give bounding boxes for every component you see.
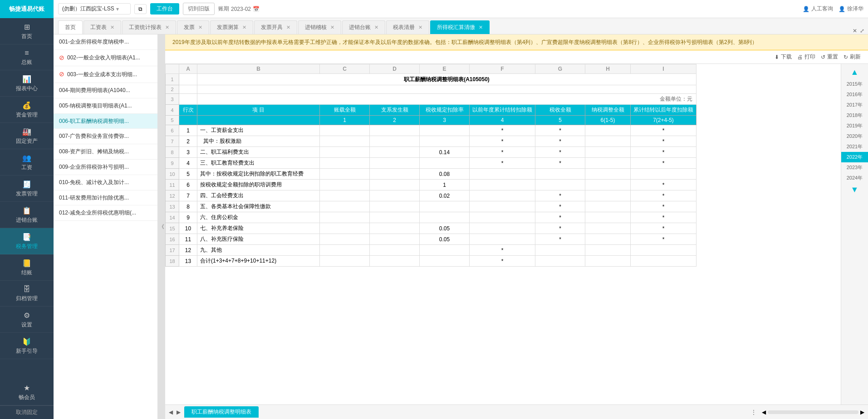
cell-seq[interactable]: 1 [179, 125, 197, 136]
cell-seq[interactable]: 13 [179, 256, 197, 267]
close-icon[interactable]: ✕ [330, 24, 334, 30]
cell-c5[interactable] [535, 256, 585, 267]
cell-item[interactable]: 其中：股权激励 [197, 136, 320, 147]
cell-c3[interactable]: 0.02 [420, 190, 470, 201]
horizontal-scrollbar[interactable] [768, 410, 858, 414]
cell-c7[interactable]: * [631, 201, 696, 212]
sheet-scroll-left[interactable]: ◀ [169, 409, 173, 415]
sidebar-item-ledger[interactable]: ≡ 总账 [0, 44, 54, 70]
cell-c3[interactable] [420, 212, 470, 223]
cell-c3[interactable] [420, 136, 470, 147]
cell-c4[interactable] [470, 223, 535, 234]
cell-c3[interactable] [420, 158, 470, 169]
cell-c7[interactable] [631, 245, 696, 256]
cell-c1[interactable] [320, 190, 370, 201]
cell-c2[interactable] [370, 180, 420, 190]
form-list-item-007[interactable]: 007-广告费和业务宣传费弥... [54, 129, 157, 144]
cell-c4[interactable]: * [470, 136, 535, 147]
sidebar-item-archive[interactable]: 🗄 归档管理 [0, 281, 54, 307]
cell-item[interactable]: 七、补充养老保险 [197, 223, 320, 234]
sidebar-item-tax[interactable]: 📑 税务管理 [0, 228, 54, 254]
cell-c3[interactable] [420, 245, 470, 256]
cell-c7[interactable]: * [631, 158, 696, 169]
cell-c1[interactable] [320, 125, 370, 136]
form-list-item-006[interactable]: 006-职工薪酬纳税调整明细... [54, 114, 157, 129]
close-icon[interactable]: ✕ [198, 24, 202, 30]
sidebar-item-member[interactable]: ★ 畅会员 [0, 379, 54, 405]
cell-item[interactable]: 五、各类基本社会保障性缴款 [197, 201, 320, 212]
cell-item[interactable]: 合计(1+3+4+7+8+9+10+11+12) [197, 256, 320, 267]
form-list-item-009[interactable]: 009-企业所得税弥补亏损明... [54, 160, 157, 175]
close-icon[interactable]: ✕ [479, 24, 483, 30]
year-2024[interactable]: 2024年 [841, 173, 868, 183]
cell-seq[interactable]: 5 [179, 169, 197, 180]
cell-c6[interactable] [585, 158, 631, 169]
year-2017[interactable]: 2017年 [841, 100, 868, 110]
cell-c2[interactable] [370, 256, 420, 267]
close-icon[interactable]: ✕ [165, 24, 169, 30]
tab-tax-book[interactable]: 税表清册 ✕ [386, 20, 429, 34]
cell-c4[interactable]: * [470, 256, 535, 267]
tab-invoice-calc[interactable]: 发票测算 ✕ [210, 20, 253, 34]
cell-seq[interactable]: 12 [179, 245, 197, 256]
year-up-button[interactable]: ▲ [849, 66, 861, 79]
cell-c5[interactable]: * [535, 234, 585, 245]
cell-c7[interactable]: * [631, 180, 696, 190]
cell-c6[interactable] [585, 234, 631, 245]
tab-purchase-check[interactable]: 进销稽核 ✕ [298, 20, 341, 34]
cell-c1[interactable] [320, 169, 370, 180]
cell-c5[interactable]: * [535, 147, 585, 158]
cell-c2[interactable] [370, 125, 420, 136]
sidebar-item-guide[interactable]: 🔰 新手引导 [0, 333, 54, 359]
cell-seq[interactable]: 3 [179, 147, 197, 158]
year-2018[interactable]: 2018年 [841, 110, 868, 121]
cell-a3[interactable] [179, 94, 197, 105]
cell-c2[interactable] [370, 147, 420, 158]
cell-item[interactable]: 三、职工教育经费支出 [197, 158, 320, 169]
cell-c3[interactable]: 0.05 [420, 234, 470, 245]
cell-c4[interactable] [470, 201, 535, 212]
sidebar-item-invoice[interactable]: 🧾 发票管理 [0, 175, 54, 202]
cell-c5[interactable]: * [535, 136, 585, 147]
cell-item[interactable]: 八、补充医疗保险 [197, 234, 320, 245]
sidebar-item-salary[interactable]: 👥 工资 [0, 149, 54, 175]
year-2023[interactable]: 2023年 [841, 162, 868, 173]
cell-c3[interactable] [420, 256, 470, 267]
cell-c1[interactable] [320, 201, 370, 212]
year-2020[interactable]: 2020年 [841, 131, 868, 141]
cell-c7[interactable]: * [631, 234, 696, 245]
cell-c2[interactable] [370, 136, 420, 147]
sheet-scroll-bar-left[interactable]: ◀ [762, 409, 766, 415]
copy-button[interactable]: ⧉ [134, 4, 147, 14]
cell-c6[interactable] [585, 212, 631, 223]
cell-seq[interactable]: 6 [179, 180, 197, 190]
tab-income-tax[interactable]: 所得税汇算清缴 ✕ [430, 20, 490, 34]
cell-c4[interactable]: * [470, 147, 535, 158]
year-2016[interactable]: 2016年 [841, 89, 868, 100]
cell-c5[interactable]: * [535, 125, 585, 136]
cell-c4[interactable]: * [470, 158, 535, 169]
cell-c6[interactable] [585, 256, 631, 267]
cell-a1[interactable] [179, 74, 197, 85]
cell-seq[interactable]: 11 [179, 234, 197, 245]
close-icon[interactable]: ✕ [418, 24, 422, 30]
tab-close-all-icon[interactable]: ✕ [853, 28, 857, 34]
tab-purchase-ledger[interactable]: 进销台账 ✕ [342, 20, 385, 34]
cell-c6[interactable] [585, 245, 631, 256]
cell-c4[interactable] [470, 169, 535, 180]
sidebar-item-assets[interactable]: 🏭 固定资产 [0, 123, 54, 149]
cell-c5[interactable]: * [535, 201, 585, 212]
close-icon[interactable]: ✕ [286, 24, 290, 30]
close-icon[interactable]: ✕ [110, 24, 114, 30]
cell-c7[interactable]: * [631, 212, 696, 223]
workbench-button[interactable]: 工作台 [150, 3, 179, 15]
cell-c1[interactable] [320, 147, 370, 158]
form-list-item-011[interactable]: 011-研发费用加计扣除优惠... [54, 190, 157, 206]
cell-c1[interactable] [320, 234, 370, 245]
cell-c2[interactable] [370, 169, 420, 180]
cell-c7[interactable]: * [631, 147, 696, 158]
cell-c1[interactable] [320, 212, 370, 223]
cell-c4[interactable] [470, 212, 535, 223]
cell-c6[interactable] [585, 223, 631, 234]
sidebar-item-home[interactable]: ⊞ 首页 [0, 18, 54, 44]
